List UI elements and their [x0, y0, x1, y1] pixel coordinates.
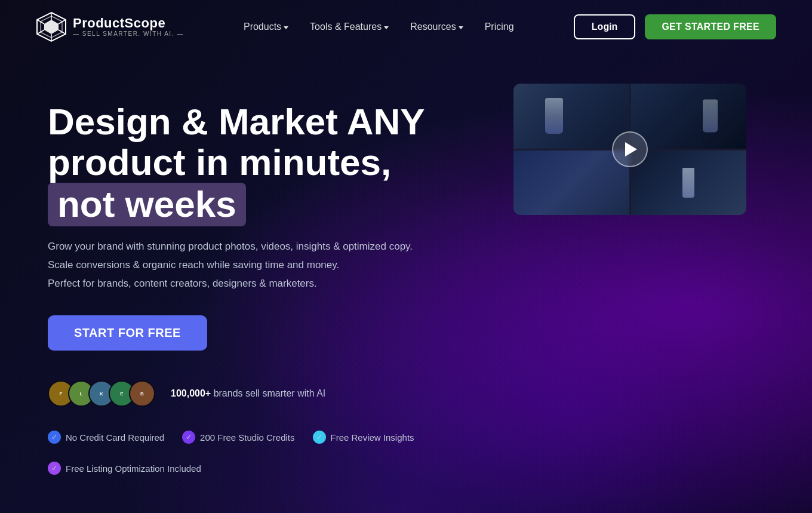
- brand-avatars: F L K E B: [48, 380, 149, 407]
- chevron-down-icon: [284, 26, 288, 29]
- logo-sub-text: — SELL SMARTER. WITH AI. —: [73, 31, 184, 37]
- nav-tools-features[interactable]: Tools & Features: [302, 17, 397, 37]
- nav-pricing[interactable]: Pricing: [476, 17, 522, 37]
- chevron-down-icon: [459, 26, 463, 29]
- feature-label-2: 200 Free Studio Credits: [200, 432, 294, 443]
- feature-label-3: Free Review Insights: [331, 432, 414, 443]
- svg-marker-2: [44, 20, 59, 34]
- start-for-free-button[interactable]: START FOR FREE: [48, 315, 207, 351]
- hero-title-line2: product in minutes,: [48, 142, 391, 183]
- feature-label-4: Free Listing Optimization Included: [66, 463, 201, 474]
- feature-no-cc: ✓ No Credit Card Required: [48, 431, 164, 444]
- feature-listing-opt: ✓ Free Listing Optimization Included: [48, 462, 201, 475]
- play-icon: [625, 142, 637, 156]
- nav-resources[interactable]: Resources: [402, 17, 471, 37]
- logo-main-text: ProductScope: [73, 17, 184, 30]
- hero-description: Grow your brand with stunning product ph…: [48, 238, 478, 292]
- brand-avatar-5: B: [129, 380, 155, 407]
- hero-desc-line2: Scale conversions & organic reach while …: [48, 257, 478, 273]
- logo[interactable]: ProductScope — SELL SMARTER. WITH AI. —: [36, 11, 184, 42]
- hero-desc-line1: Grow your brand with stunning product ph…: [48, 238, 478, 254]
- nav-center: Products Tools & Features Resources Pric…: [235, 17, 522, 37]
- hero-desc-line3: Perfect for brands, content creators, de…: [48, 275, 478, 291]
- features-row: ✓ No Credit Card Required ✓ 200 Free Stu…: [48, 431, 478, 475]
- navigation: ProductScope — SELL SMARTER. WITH AI. — …: [0, 0, 812, 54]
- video-container[interactable]: [513, 84, 746, 215]
- chevron-down-icon: [384, 26, 389, 29]
- hero-title-highlight: not weeks: [48, 183, 246, 226]
- feature-studio-credits: ✓ 200 Free Studio Credits: [182, 431, 294, 444]
- hero-title-line1: Design & Market ANY: [48, 101, 425, 142]
- brand-count: 100,000+: [171, 388, 211, 398]
- hero-right: [513, 84, 746, 215]
- feature-label-1: No Credit Card Required: [66, 432, 164, 443]
- hero-section: Design & Market ANY product in minutes, …: [0, 54, 812, 475]
- nav-resources-label: Resources: [410, 21, 456, 32]
- nav-products[interactable]: Products: [235, 17, 297, 37]
- brand-section: F L K E B 100,000+ brands sell smarter w…: [48, 380, 478, 407]
- brand-count-text: 100,000+ brands sell smarter with AI: [171, 388, 325, 399]
- video-cell-4: [631, 150, 747, 216]
- login-button[interactable]: Login: [574, 14, 636, 39]
- logo-icon: [36, 11, 67, 42]
- nav-products-label: Products: [244, 21, 281, 32]
- hero-left: Design & Market ANY product in minutes, …: [48, 90, 478, 475]
- logo-text: ProductScope — SELL SMARTER. WITH AI. —: [73, 17, 184, 37]
- hero-title: Design & Market ANY product in minutes, …: [48, 102, 478, 226]
- video-cell-3: [513, 150, 629, 216]
- check-icon-3: ✓: [313, 431, 326, 444]
- nav-right: Login GET STARTED FREE: [574, 14, 776, 39]
- nav-pricing-label: Pricing: [485, 21, 514, 32]
- check-icon-1: ✓: [48, 431, 61, 444]
- video-cell-2: [631, 84, 747, 149]
- get-started-button[interactable]: GET STARTED FREE: [645, 14, 776, 39]
- video-cell-1: [513, 84, 629, 149]
- play-button[interactable]: [612, 131, 648, 167]
- check-icon-2: ✓: [182, 431, 195, 444]
- check-icon-4: ✓: [48, 462, 61, 475]
- brand-suffix: brands sell smarter with AI: [214, 388, 326, 398]
- feature-review-insights: ✓ Free Review Insights: [313, 431, 414, 444]
- nav-tools-label: Tools & Features: [310, 21, 382, 32]
